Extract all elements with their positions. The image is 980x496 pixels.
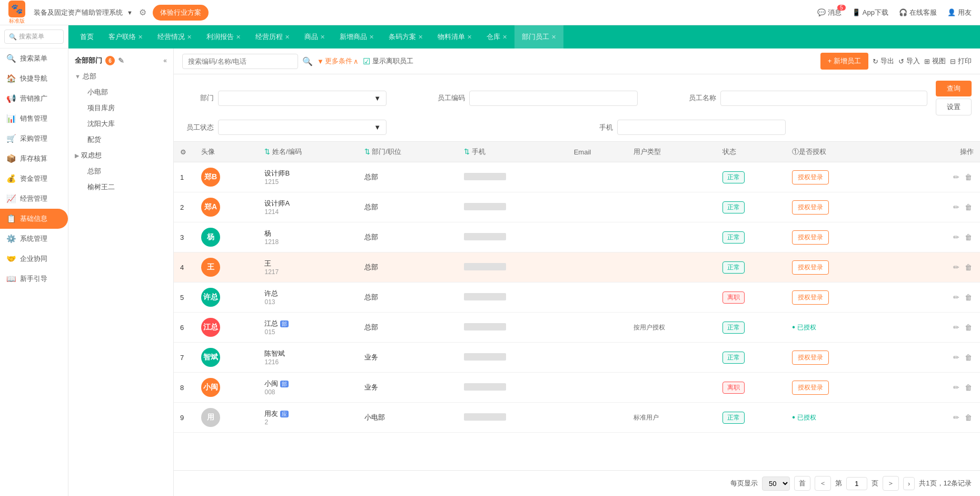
last-page-btn[interactable]: › [903,477,915,490]
edit-icon[interactable]: ✏ [953,173,959,181]
title-dropdown-icon[interactable]: ▼ [127,9,133,16]
dept-item-shenyang[interactable]: 沈阳大库 [68,116,173,132]
sidebar-item-basic-info[interactable]: 📋 基础信息 [0,209,68,229]
tab-barcode[interactable]: 条码方案 ✕ [381,25,430,48]
col-phone[interactable]: ⇅ 手机 [458,142,568,162]
tab-warehouse-close[interactable]: ✕ [502,34,507,41]
add-employee-button[interactable]: + 新增员工 [820,53,868,70]
import-button[interactable]: ↺ 导入 [898,56,920,66]
tab-operations[interactable]: 经营情况 ✕ [150,25,199,48]
sidebar-item-sales[interactable]: 📊 销售管理 [0,109,68,129]
delete-icon[interactable]: 🗑 [965,383,972,392]
delete-icon[interactable]: 🗑 [965,323,972,332]
auth-login-btn[interactable]: 授权登录 [792,351,829,365]
delete-icon[interactable]: 🗑 [965,293,972,302]
col-dept[interactable]: ⇅ 部门/职位 [358,142,458,162]
search-input[interactable] [182,54,298,69]
edit-icon[interactable]: ✏ [953,413,959,422]
dept-item-small-electric[interactable]: 小电部 [68,84,173,100]
dept-item-peiho[interactable]: 配货 [68,132,173,148]
delete-icon[interactable]: 🗑 [965,263,972,271]
edit-icon[interactable]: ✏ [953,353,959,362]
sidebar-item-search[interactable]: 🔍 搜索菜单 [0,48,68,69]
tab-add-goods-close[interactable]: ✕ [369,34,374,41]
emp-status-select[interactable]: ▼ [218,120,387,135]
tab-history-close[interactable]: ✕ [285,34,290,41]
edit-icon[interactable]: ✏ [953,323,959,332]
sidebar-item-system[interactable]: ⚙️ 系统管理 [0,229,68,249]
tab-home[interactable]: 首页 [73,25,101,48]
edit-icon[interactable]: ✏ [953,293,959,302]
dept-item-project-store[interactable]: 项目库房 [68,100,173,116]
page-size-select[interactable]: 50 [762,476,790,491]
tab-goods[interactable]: 商品 ✕ [297,25,332,48]
search-button[interactable]: 🔍 [302,56,313,66]
tab-customer-close[interactable]: ✕ [138,34,143,41]
edit-icon[interactable]: ✏ [953,263,959,271]
delete-icon[interactable]: 🗑 [965,353,972,362]
dept-collapse-btn[interactable]: « [163,57,167,64]
emp-code-input[interactable] [469,91,638,106]
tab-dept-staff[interactable]: 部门员工 ✕ [514,25,563,48]
tab-goods-close[interactable]: ✕ [320,34,325,41]
sidebar-item-collab[interactable]: 🤝 企业协同 [0,249,68,269]
tab-customer[interactable]: 客户联络 ✕ [101,25,150,48]
tab-bom[interactable]: 物料清单 ✕ [430,25,479,48]
emp-name-input[interactable] [720,91,927,106]
sidebar-item-guide[interactable]: 📖 新手引导 [0,269,68,289]
print-button[interactable]: ⊟ 打印 [950,56,972,66]
col-name[interactable]: ⇅ 姓名/编码 [258,142,358,162]
next-page-btn[interactable]: ＞ [883,476,899,491]
col-settings[interactable]: ⚙ [174,142,195,162]
sidebar-search[interactable]: 🔍 搜索菜单 [4,30,64,44]
online-service-item[interactable]: 🎧 在线客服 [899,8,937,17]
auth-login-btn[interactable]: 授权登录 [792,230,829,245]
tab-history[interactable]: 经营历程 ✕ [248,25,297,48]
dept-item-headquarter2[interactable]: 总部 [68,163,173,179]
sidebar-item-management[interactable]: 📈 经营管理 [0,189,68,209]
auth-login-btn[interactable]: 授权登录 [792,170,829,184]
sidebar-item-marketing[interactable]: 📢 营销推广 [0,89,68,109]
tab-profit[interactable]: 利润报告 ✕ [199,25,248,48]
tab-warehouse[interactable]: 仓库 ✕ [479,25,514,48]
message-item[interactable]: 💬 消息 5 [817,8,842,17]
delete-icon[interactable]: 🗑 [965,173,972,181]
tab-dept-staff-close[interactable]: ✕ [551,34,556,41]
dept-item-yushu[interactable]: 榆树王二 [68,179,173,195]
query-button[interactable]: 查询 [936,81,972,96]
dept-item-headquarter-expand[interactable]: ▼ 总部 [68,69,173,84]
auth-login-btn[interactable]: 授权登录 [792,381,829,395]
sidebar-item-quicknav[interactable]: 🏠 快捷导航 [0,69,68,89]
edit-icon[interactable]: ✏ [953,233,959,241]
sidebar-item-finance[interactable]: 💰 资金管理 [0,169,68,189]
dept-item-shuanglu[interactable]: ▶ 双虑想 [68,148,173,163]
app-download-item[interactable]: 📱 App下载 [852,8,888,17]
prev-page-btn[interactable]: ＜ [815,476,831,491]
delete-icon[interactable]: 🗑 [965,203,972,211]
auth-login-btn[interactable]: 授权登录 [792,260,829,275]
more-filter-btn[interactable]: ▼ 更多条件 ∧ [317,56,359,66]
first-page-btn[interactable]: 首 [794,476,810,491]
tab-bom-close[interactable]: ✕ [467,34,472,41]
sidebar-item-purchase[interactable]: 🛒 采购管理 [0,129,68,149]
tab-barcode-close[interactable]: ✕ [418,34,423,41]
phone-input[interactable] [617,120,786,135]
view-button[interactable]: ⊞ 视图 [924,56,946,66]
delete-icon[interactable]: 🗑 [965,233,972,241]
edit-icon[interactable]: ✏ [953,383,959,392]
tab-add-goods[interactable]: 新增商品 ✕ [332,25,381,48]
settings-icon[interactable]: ⚙ [139,7,146,17]
tab-profit-close[interactable]: ✕ [236,34,241,41]
trial-button[interactable]: 体验行业方案 [153,5,209,21]
dept-edit-icon[interactable]: ✎ [118,56,124,65]
dept-select[interactable]: ▼ [218,91,387,106]
user-item[interactable]: 👤 用友 [947,8,972,17]
edit-icon[interactable]: ✏ [953,203,959,211]
reset-button[interactable]: 设置 [936,99,972,115]
auth-login-btn[interactable]: 授权登录 [792,200,829,215]
export-button[interactable]: ↻ 导出 [873,56,894,66]
show-resigned-toggle[interactable]: ☑ 显示离职员工 [363,56,413,66]
page-number-input[interactable] [846,477,867,490]
delete-icon[interactable]: 🗑 [965,413,972,422]
tab-operations-close[interactable]: ✕ [187,34,192,41]
